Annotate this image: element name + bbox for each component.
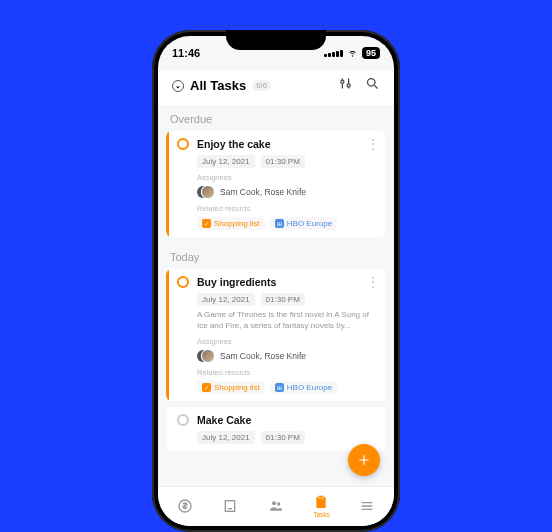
assignees-label: Assignees <box>197 173 378 182</box>
task-count-badge: 6/6 <box>252 80 271 91</box>
check-icon: ✓ <box>202 383 211 392</box>
related-label: Related records <box>197 368 378 377</box>
task-time: 01:30 PM <box>261 155 305 168</box>
task-date: July 12, 2021 <box>197 293 255 306</box>
svg-rect-9 <box>226 500 235 511</box>
phone-screen: 11:46 95 ⌄ All Tasks 6/6 <box>158 36 394 526</box>
page-header: ⌄ All Tasks 6/6 <box>158 70 394 105</box>
section-overdue: Overdue <box>166 105 386 131</box>
task-description: A Game of Thrones is the first novel in … <box>197 310 378 332</box>
chevron-down-icon: ⌄ <box>172 80 184 92</box>
complete-toggle[interactable] <box>177 138 189 150</box>
svg-point-2 <box>341 80 344 83</box>
assignee-names: Sam Cook, Rose Knife <box>220 351 306 361</box>
tag-shopping[interactable]: ✓Shopping list <box>197 217 265 230</box>
signal-icon <box>324 50 343 57</box>
svg-point-3 <box>347 84 350 87</box>
header-title-group[interactable]: ⌄ All Tasks 6/6 <box>172 78 271 93</box>
task-card[interactable]: Buy ingredients ⋮ July 12, 2021 01:30 PM… <box>166 269 386 401</box>
tag-shopping[interactable]: ✓Shopping list <box>197 381 265 394</box>
assignees-label: Assignees <box>197 337 378 346</box>
assignee-names: Sam Cook, Rose Knife <box>220 187 306 197</box>
more-icon[interactable]: ⋮ <box>367 280 378 285</box>
section-today: Today <box>166 243 386 269</box>
status-indicators: 95 <box>324 47 380 60</box>
phone-frame: 11:46 95 ⌄ All Tasks 6/6 <box>152 30 400 532</box>
tab-menu[interactable] <box>359 498 375 514</box>
task-title: Make Cake <box>197 414 378 426</box>
add-task-button[interactable] <box>348 444 380 476</box>
more-icon[interactable]: ⋮ <box>367 142 378 147</box>
tab-people[interactable] <box>268 498 284 514</box>
tab-label: Tasks <box>313 511 330 518</box>
task-title: Enjoy the cake <box>197 138 359 150</box>
phone-notch <box>226 30 326 50</box>
check-icon: ✓ <box>202 219 211 228</box>
tab-building[interactable] <box>222 498 238 514</box>
task-date: July 12, 2021 <box>197 155 255 168</box>
task-list[interactable]: Overdue Enjoy the cake ⋮ July 12, 2021 0… <box>158 105 394 477</box>
task-card[interactable]: Make Cake July 12, 2021 01:30 PM <box>166 407 386 451</box>
tag-hbo[interactable]: ⊞HBO Europe <box>270 381 337 394</box>
tag-hbo[interactable]: ⊞HBO Europe <box>270 217 337 230</box>
task-card[interactable]: Enjoy the cake ⋮ July 12, 2021 01:30 PM … <box>166 131 386 237</box>
tab-money[interactable] <box>177 498 193 514</box>
tab-bar: Tasks <box>158 486 394 526</box>
svg-rect-17 <box>317 496 326 507</box>
wifi-icon <box>347 47 358 60</box>
svg-point-16 <box>277 502 280 505</box>
filter-icon[interactable] <box>338 76 353 95</box>
tab-tasks[interactable]: Tasks <box>313 494 330 518</box>
status-time: 11:46 <box>172 47 200 59</box>
complete-toggle[interactable] <box>177 276 189 288</box>
avatar <box>201 185 215 199</box>
svg-line-5 <box>374 85 377 88</box>
page-title: All Tasks <box>190 78 246 93</box>
svg-point-4 <box>368 79 376 87</box>
svg-rect-18 <box>319 495 324 498</box>
avatar <box>201 349 215 363</box>
grid-icon: ⊞ <box>275 219 284 228</box>
search-icon[interactable] <box>365 76 380 95</box>
task-time: 01:30 PM <box>261 431 305 444</box>
grid-icon: ⊞ <box>275 383 284 392</box>
complete-toggle[interactable] <box>177 414 189 426</box>
task-time: 01:30 PM <box>261 293 305 306</box>
svg-point-15 <box>272 501 276 505</box>
related-label: Related records <box>197 204 378 213</box>
task-title: Buy ingredients <box>197 276 359 288</box>
battery-icon: 95 <box>362 47 380 59</box>
task-date: July 12, 2021 <box>197 431 255 444</box>
